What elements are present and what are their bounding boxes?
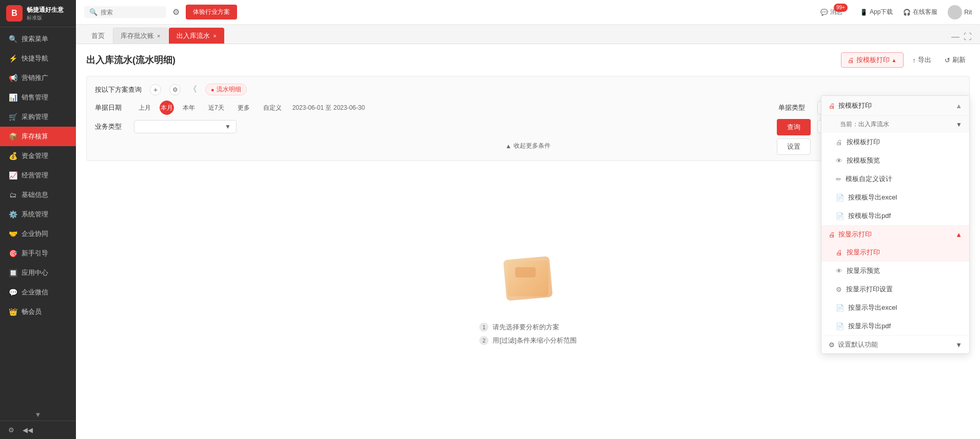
tab-flow-close-icon[interactable]: × — [213, 33, 216, 39]
sidebar-item-finance[interactable]: 💰 资金管理 — [0, 146, 76, 166]
dropdown-item-template-print[interactable]: 🖨 按模板打印 — [821, 133, 969, 151]
tab-maximize-icon[interactable]: ⛶ — [964, 32, 972, 42]
main-area: 🔍 ⚙ 体验行业方案 💬 消息 99+ 📱 App下载 🎧 在线客服 Rit — [76, 0, 980, 439]
export-button[interactable]: ↑ 导出 — [909, 53, 936, 67]
sidebar-item-sales[interactable]: 📊 销售管理 — [0, 88, 76, 107]
date-btn-this-month[interactable]: 本月 — [160, 101, 174, 115]
topbar-right: 💬 消息 99+ 📱 App下载 🎧 在线客服 Rit — [820, 5, 972, 19]
dropdown-item-template-pdf[interactable]: 📄 按模板导出pdf — [821, 207, 969, 225]
tab-batch-close-icon[interactable]: × — [157, 33, 160, 39]
sidebar-item-label: 应用中心 — [22, 268, 48, 277]
refresh-label: 刷新 — [952, 55, 966, 65]
pdf-icon-d5: 📄 — [836, 323, 844, 330]
refresh-button[interactable]: ↺ 刷新 — [940, 53, 970, 67]
user-avatar[interactable]: Rit — [948, 5, 972, 19]
gear-icon-d3: ⚙ — [836, 286, 842, 293]
dropdown-item-template-custom[interactable]: ✏ 模板自定义设计 — [821, 170, 969, 188]
print-template-button[interactable]: 🖨 按模板打印 ▲ — [841, 52, 904, 68]
dropdown-collapse-icon[interactable]: ▲ — [955, 102, 962, 110]
topbar-search-box[interactable]: 🔍 — [84, 6, 166, 18]
dropdown-item-display-preview[interactable]: 👁 按显示预览 — [821, 262, 969, 280]
dropdown-item-display-print[interactable]: 🖨 按显示打印 — [821, 243, 969, 262]
sidebar-item-shortcut[interactable]: ⚡ 快捷导航 — [0, 49, 76, 68]
dropdown-display-subheader[interactable]: 🖨 按显示打印 ▲ — [821, 226, 969, 243]
app-download-button[interactable]: 📱 App下载 — [860, 8, 893, 16]
dropdown-current-item: 当前：出入库流水 ▼ — [821, 116, 969, 133]
tab-home[interactable]: 首页 — [84, 28, 112, 44]
right-action-buttons: 查询 设置 — [777, 119, 811, 155]
sidebar-collapse-icon[interactable]: ◀◀ — [23, 426, 33, 434]
dropdown-item-display-settings[interactable]: ⚙ 按显示打印设置 — [821, 280, 969, 298]
chart-icon: 📊 — [8, 93, 17, 102]
date-btn-this-year[interactable]: 本年 — [178, 102, 200, 114]
business-filter-select[interactable]: ▼ — [134, 120, 237, 133]
app-edition: 标准版 — [27, 14, 64, 22]
date-filter-label: 单据日期 — [95, 103, 126, 112]
app-name: 畅捷通好生意 — [27, 6, 64, 14]
megaphone-icon: 📢 — [8, 74, 17, 82]
sidebar-item-inventory[interactable]: 📦 库存核算 — [0, 127, 76, 146]
date-btn-more[interactable]: 更多 — [233, 102, 254, 114]
sidebar-item-search[interactable]: 🔍 搜索菜单 — [0, 29, 76, 49]
filter-settings-button-2[interactable]: 设置 — [777, 138, 811, 155]
printer-icon-2: 🖨 — [829, 102, 835, 110]
handshake-icon: 🤝 — [8, 230, 17, 238]
trial-button[interactable]: 体验行业方案 — [186, 5, 237, 19]
sidebar-item-wechat[interactable]: 💬 企业微信 — [0, 283, 76, 302]
cart-icon: 🛒 — [8, 113, 17, 121]
dropdown-item-label: 按显示打印设置 — [846, 285, 893, 294]
filter-add-button[interactable]: + — [150, 84, 161, 95]
message-icon: 💬 — [820, 9, 828, 16]
dropdown-item-label: 模板自定义设计 — [846, 174, 892, 184]
dropdown-subheader-label: 按显示打印 — [838, 230, 872, 239]
step-1-text: 请先选择要分析的方案 — [493, 323, 559, 332]
sidebar-item-basic[interactable]: 🗂 基础信息 — [0, 185, 76, 205]
sidebar-scroll-down[interactable]: ▼ — [0, 409, 76, 421]
sidebar-item-cooperation[interactable]: 🤝 企业协同 — [0, 224, 76, 244]
dropdown-item-label: 按模板导出excel — [848, 193, 897, 202]
excel-icon-d4: 📄 — [836, 304, 844, 312]
filter-settings-button[interactable]: ⚙ — [169, 84, 181, 95]
dropdown-item-display-pdf[interactable]: 📄 按显示导出pdf — [821, 317, 969, 335]
chat-icon: 💬 — [8, 288, 17, 296]
empty-step-1: 1 请先选择要分析的方案 — [479, 323, 576, 332]
sidebar-item-system[interactable]: ⚙️ 系统管理 — [0, 205, 76, 224]
sidebar-settings-icon[interactable]: ⚙ — [8, 426, 14, 434]
tab-minimize-icon[interactable]: — — [951, 32, 959, 42]
printer-icon: 🖨 — [848, 56, 854, 64]
filter-collapse-button[interactable]: 《 — [189, 84, 197, 95]
page-header: 出入库流水(流水明细) 🖨 按模板打印 ▲ ↑ 导出 ↺ 刷新 — [86, 52, 970, 68]
dropdown-footer[interactable]: ⚙ 设置默认功能 ▼ — [821, 336, 969, 353]
filter-tag-flow[interactable]: ● 流水明细 — [205, 84, 247, 95]
sidebar-item-label: 新手引导 — [22, 249, 48, 258]
date-btn-custom[interactable]: 自定义 — [259, 102, 286, 114]
avatar-image — [948, 5, 962, 19]
dropdown-item-label: 按显示预览 — [847, 266, 880, 275]
sidebar-item-label: 资金管理 — [22, 151, 48, 161]
online-service-button[interactable]: 🎧 在线客服 — [903, 8, 937, 16]
tab-batch[interactable]: 库存批次账 × — [113, 28, 168, 44]
dropdown-item-template-preview[interactable]: 👁 按模板预览 — [821, 151, 969, 170]
export-icon: ↑ — [913, 56, 916, 64]
content-area: 出入库流水(流水明细) 🖨 按模板打印 ▲ ↑ 导出 ↺ 刷新 — [76, 44, 980, 439]
dropdown-item-label: 按显示导出excel — [848, 303, 897, 312]
sidebar-item-guide[interactable]: 🎯 新手引导 — [0, 244, 76, 263]
topbar-settings-icon[interactable]: ⚙ — [172, 7, 180, 17]
tab-flow[interactable]: 出入库流水 × — [169, 28, 224, 44]
empty-step-2: 2 用[过滤]条件来缩小分析范围 — [479, 336, 576, 345]
dropdown-header: 🖨 按模板打印 ▲ — [821, 96, 969, 116]
message-button[interactable]: 💬 消息 99+ — [820, 8, 842, 16]
gear-small-icon: ⚙ — [172, 86, 178, 93]
sidebar-item-purchase[interactable]: 🛒 采购管理 — [0, 107, 76, 127]
date-btn-last-month[interactable]: 上月 — [134, 102, 155, 114]
date-btn-7days[interactable]: 近7天 — [204, 102, 229, 114]
dropdown-item-display-excel[interactable]: 📄 按显示导出excel — [821, 298, 969, 317]
sidebar-item-operations[interactable]: 📈 经营管理 — [0, 166, 76, 185]
sidebar-item-member[interactable]: 👑 畅会员 — [0, 302, 76, 322]
folder-icon: 🗂 — [8, 191, 17, 199]
dropdown-item-template-excel[interactable]: 📄 按模板导出excel — [821, 188, 969, 207]
query-button[interactable]: 查询 — [777, 119, 811, 135]
sidebar-item-marketing[interactable]: 📢 营销推广 — [0, 68, 76, 88]
sidebar-item-app-center[interactable]: 🔲 应用中心 — [0, 263, 76, 283]
search-input[interactable] — [101, 9, 152, 16]
